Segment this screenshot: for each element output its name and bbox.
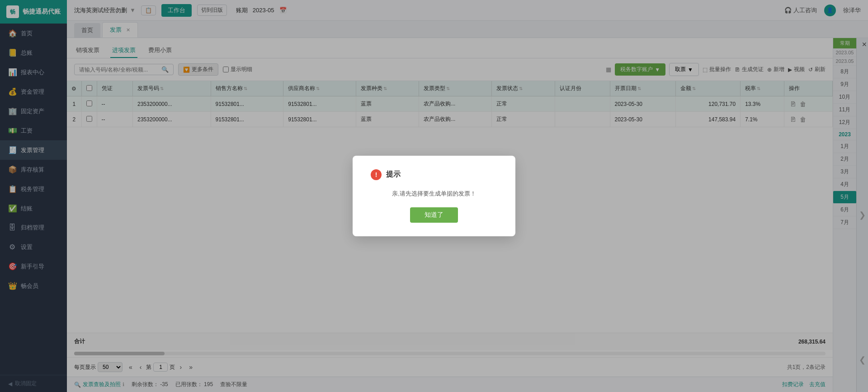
- warning-icon: !: [371, 169, 382, 180]
- modal-confirm-button[interactable]: 知道了: [410, 207, 458, 223]
- modal-dialog: ! 提示 亲,请先选择要生成单据的发票！ 知道了: [353, 156, 515, 237]
- modal-title-row: ! 提示: [371, 169, 497, 180]
- warning-icon-text: !: [375, 171, 377, 178]
- modal-message: 亲,请先选择要生成单据的发票！: [392, 189, 476, 199]
- modal-title: 提示: [386, 170, 401, 179]
- modal-overlay: ! 提示 亲,请先选择要生成单据的发票！ 知道了: [0, 0, 868, 392]
